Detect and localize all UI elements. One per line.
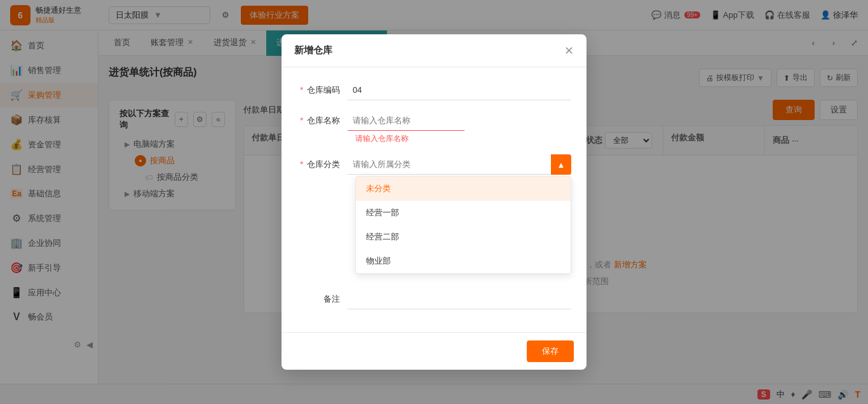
modal-title: 新增仓库 — [294, 44, 332, 57]
modal-header: 新增仓库 ✕ — [281, 34, 587, 67]
modal-footer: 保存 — [281, 332, 587, 370]
form-row-notes: 备注 — [297, 289, 571, 309]
name-input[interactable] — [348, 111, 465, 131]
modal-close-button[interactable]: ✕ — [564, 45, 574, 57]
dropdown-item-ops1[interactable]: 经营一部 — [356, 201, 571, 225]
code-input[interactable] — [348, 80, 571, 100]
dropdown-item-ops2[interactable]: 经营二部 — [356, 225, 571, 249]
save-button[interactable]: 保存 — [527, 340, 574, 362]
form-row-code: * 仓库编码 — [297, 80, 571, 100]
form-row-name: * 仓库名称 请输入仓库名称 — [297, 111, 571, 144]
notes-label: 备注 — [297, 289, 348, 309]
category-dropdown: 未分类 经营一部 经营二部 物业部 — [355, 176, 571, 274]
category-field: ▲ — [348, 154, 571, 175]
name-label: * 仓库名称 — [297, 111, 348, 131]
notes-input[interactable] — [348, 289, 571, 309]
category-input[interactable] — [348, 154, 571, 175]
category-toggle-button[interactable]: ▲ — [551, 154, 571, 175]
dropdown-item-uncategorized[interactable]: 未分类 — [356, 177, 571, 201]
name-error-message: 请输入仓库名称 — [355, 134, 409, 143]
form-row-category: * 仓库分类 ▲ 未分类 经营一部 经营二部 物业部 — [297, 154, 571, 175]
category-label: * 仓库分类 — [297, 154, 348, 175]
code-label: * 仓库编码 — [297, 80, 348, 100]
dropdown-item-property[interactable]: 物业部 — [356, 249, 571, 273]
modal-body: * 仓库编码 * 仓库名称 请输入仓库名称 * 仓库分类 — [281, 67, 587, 332]
new-warehouse-modal: 新增仓库 ✕ * 仓库编码 * 仓库名称 请输入仓库名称 — [281, 34, 587, 370]
